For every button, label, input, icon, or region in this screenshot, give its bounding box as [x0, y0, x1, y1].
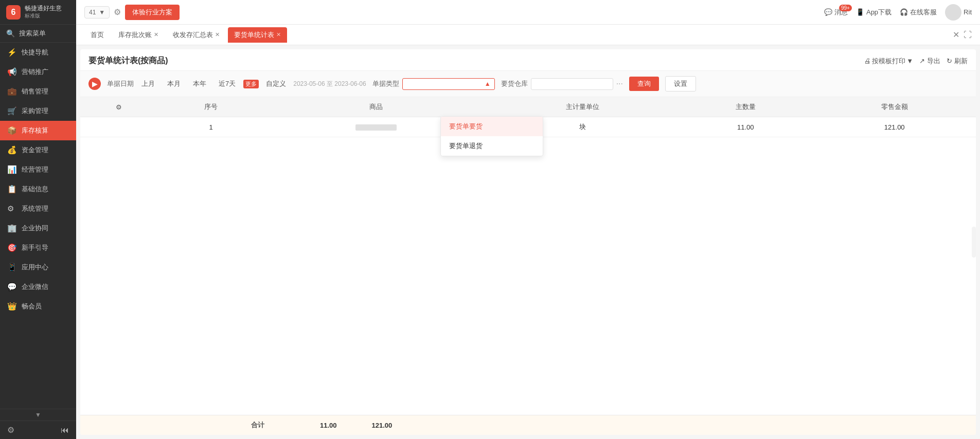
- sidebar-item-guide[interactable]: 🎯 新手引导: [0, 238, 76, 258]
- sidebar-label-enterprise: 企业协同: [22, 224, 48, 233]
- sidebar-item-quick-nav[interactable]: ⚡ 快捷导航: [0, 43, 76, 62]
- date-filter-group: 单据日期 上月 本月 本年 近7天 更多 自定义 2023-05-06 至 20…: [107, 77, 366, 90]
- right-scroll-hint: [972, 227, 976, 258]
- tab-receipt-summary[interactable]: 收发存汇总表 ✕: [167, 27, 226, 43]
- scroll-down-icon[interactable]: ▼: [35, 411, 41, 418]
- type-filter-arrow-icon[interactable]: ▲: [485, 80, 491, 87]
- sidebar-label-finance: 资金管理: [22, 145, 48, 155]
- date-last-month-btn[interactable]: 上月: [137, 77, 159, 90]
- main-area: 41 ▼ ⚙ 体验行业方案 💬 消息 99+ 📱 App下载 🎧 在线客服: [76, 0, 980, 439]
- sidebar-menu: ⚡ 快捷导航 📢 营销推广 💼 销售管理 🛒 采购管理 📦 库存核算 💰 资金管…: [0, 43, 76, 409]
- footer-label: 合计: [251, 420, 264, 430]
- sidebar-logo: 6 畅捷通好生意 标准版: [0, 0, 76, 25]
- sidebar-item-marketing[interactable]: 📢 营销推广: [0, 62, 76, 82]
- tab-batch[interactable]: 库存批次账 ✕: [112, 27, 165, 43]
- sidebar-label-system: 系统管理: [22, 204, 48, 213]
- search-menu-label: 搜索菜单: [19, 29, 46, 38]
- export-button[interactable]: ↗ 导出: [919, 57, 940, 66]
- sidebar-item-purchase[interactable]: 🛒 采购管理: [0, 101, 76, 121]
- header-settings-icon[interactable]: ⚙: [114, 7, 121, 17]
- query-button[interactable]: 查询: [629, 77, 659, 91]
- sidebar-icon-sales: 💼: [7, 87, 17, 96]
- sidebar-item-enterprise[interactable]: 🏢 企业协同: [0, 218, 76, 238]
- col-seq: 序号: [157, 97, 264, 117]
- date-custom-btn[interactable]: 自定义: [262, 78, 290, 90]
- type-filter-label: 单据类型: [372, 79, 399, 88]
- sidebar-label-marketing: 营销推广: [22, 67, 48, 77]
- col-quantity: 主数量: [678, 97, 813, 117]
- sidebar-item-app-center[interactable]: 📱 应用中心: [0, 258, 76, 277]
- dropdown-item-order-goods[interactable]: 要货单要货: [441, 117, 543, 136]
- app-download-action[interactable]: 📱 App下载: [856, 8, 892, 17]
- tab-home[interactable]: 首页: [84, 27, 110, 43]
- search-menu-item[interactable]: 🔍 搜索菜单: [0, 25, 76, 43]
- tab-close-order-summary[interactable]: ✕: [276, 31, 281, 38]
- tab-close-batch[interactable]: ✕: [154, 31, 158, 38]
- online-service-action[interactable]: 🎧 在线客服: [900, 8, 937, 17]
- content-area: 要货单统计表(按商品) 🖨 按模板打印 ▼ ↗ 导出 ↻ 刷新 ▶: [80, 49, 976, 435]
- warehouse-filter-input[interactable]: [531, 78, 613, 90]
- store-dropdown-icon: ▼: [99, 9, 105, 16]
- sidebar-icon-member: 👑: [7, 302, 17, 311]
- settings-button[interactable]: 设置: [665, 76, 696, 92]
- print-dropdown-icon: ▼: [906, 57, 913, 65]
- page-actions: 🖨 按模板打印 ▼ ↗ 导出 ↻ 刷新: [864, 57, 968, 66]
- tab-label-batch: 库存批次账: [118, 30, 152, 40]
- sidebar-icon-guide: 🎯: [7, 243, 17, 252]
- user-avatar[interactable]: Rit: [945, 4, 972, 21]
- sidebar-item-sales[interactable]: 💼 销售管理: [0, 82, 76, 101]
- sidebar: 6 畅捷通好生意 标准版 🔍 搜索菜单 ⚡ 快捷导航 📢 营销推广 💼 销售管理…: [0, 0, 76, 439]
- sidebar-item-wechat[interactable]: 💬 企业微信: [0, 277, 76, 297]
- sidebar-icon-wechat: 💬: [7, 282, 17, 291]
- sidebar-label-quick-nav: 快捷导航: [22, 48, 48, 57]
- app-logo-icon: 6: [6, 5, 21, 20]
- sidebar-scroll-down[interactable]: ▼: [0, 409, 76, 420]
- print-button[interactable]: 🖨 按模板打印 ▼: [864, 57, 913, 66]
- tab-label-receipt-summary: 收发存汇总表: [173, 30, 213, 40]
- top-header: 41 ▼ ⚙ 体验行业方案 💬 消息 99+ 📱 App下载 🎧 在线客服: [76, 0, 980, 25]
- col-settings-icon[interactable]: ⚙: [116, 103, 122, 111]
- sidebar-icon-marketing: 📢: [7, 67, 17, 77]
- sidebar-label-member: 畅会员: [22, 302, 42, 311]
- date-this-year-btn[interactable]: 本年: [188, 77, 211, 90]
- sidebar-label-operations: 经营管理: [22, 165, 48, 174]
- store-selector[interactable]: 41 ▼: [84, 6, 110, 19]
- warehouse-filter-group: 要货仓库 ···: [501, 78, 623, 90]
- refresh-button[interactable]: ↻ 刷新: [947, 57, 968, 66]
- sidebar-label-guide: 新手引导: [22, 243, 48, 252]
- type-dropdown-menu: 要货单要货 要货单退货: [440, 116, 543, 156]
- tab-close-all-icon[interactable]: ✕: [953, 30, 959, 40]
- date-last-7days-btn[interactable]: 近7天: [214, 77, 240, 90]
- sidebar-label-wechat: 企业微信: [22, 282, 48, 291]
- date-more-tag[interactable]: 更多: [243, 80, 259, 88]
- sidebar-item-member[interactable]: 👑 畅会员: [0, 297, 76, 316]
- sidebar-item-inventory[interactable]: 📦 库存核算: [0, 121, 76, 140]
- sidebar-icon-system: ⚙: [7, 204, 17, 213]
- dropdown-item-order-return[interactable]: 要货单退货: [441, 136, 543, 156]
- sidebar-label-app-center: 应用中心: [22, 263, 48, 272]
- row-amount: 121.00: [813, 117, 976, 137]
- col-amount: 零售金额: [813, 97, 976, 117]
- messages-action[interactable]: 💬 消息 99+: [824, 8, 848, 17]
- sidebar-settings-icon[interactable]: ⚙: [7, 425, 14, 435]
- sidebar-item-finance[interactable]: 💰 资金管理: [0, 140, 76, 160]
- sidebar-item-basic[interactable]: 📋 基础信息: [0, 179, 76, 199]
- tab-order-summary[interactable]: 要货单统计表 ✕: [228, 27, 287, 43]
- warehouse-more-icon[interactable]: ···: [616, 79, 623, 88]
- sidebar-collapse-icon[interactable]: ⏮: [61, 426, 69, 435]
- date-this-month-btn[interactable]: 本月: [163, 77, 185, 90]
- sidebar-icon-app-center: 📱: [7, 263, 17, 272]
- print-label: 按模板打印: [872, 57, 905, 66]
- table-header-row: ⚙ 序号 商品 主计量单位 主数量 零售金额: [80, 97, 976, 117]
- trial-button[interactable]: 体验行业方案: [125, 5, 180, 20]
- user-name: Rit: [964, 8, 972, 16]
- sidebar-item-operations[interactable]: 📊 经营管理: [0, 160, 76, 179]
- type-filter-input[interactable]: [402, 78, 495, 90]
- tab-maximize-icon[interactable]: ⛶: [964, 30, 972, 40]
- row-seq: 1: [157, 117, 264, 137]
- sidebar-icon-enterprise: 🏢: [7, 224, 17, 233]
- sidebar-item-system[interactable]: ⚙ 系统管理: [0, 199, 76, 218]
- tab-close-receipt-summary[interactable]: ✕: [215, 31, 220, 38]
- app-download-icon: 📱: [856, 8, 864, 16]
- filter-toggle-btn[interactable]: ▶: [88, 78, 101, 90]
